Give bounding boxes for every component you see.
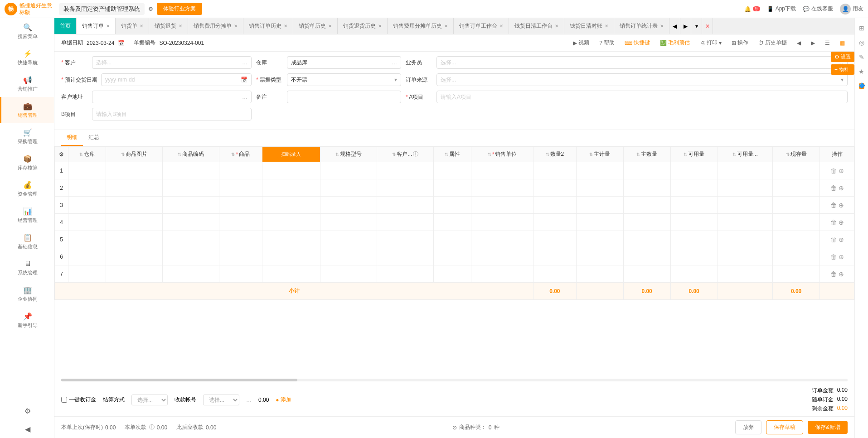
col-image[interactable]: ⇅ 商品图片	[106, 147, 162, 162]
detail-tab[interactable]: 明细	[61, 130, 83, 146]
tab-refund-history[interactable]: 销货退货历史 ✕	[338, 18, 388, 34]
settings-btn[interactable]: ⚙ 视频设置	[831, 52, 854, 62]
row-available2-3[interactable]	[718, 197, 773, 214]
row-code-7[interactable]	[162, 265, 219, 283]
row-available-3[interactable]	[670, 197, 718, 214]
row-delete-7[interactable]: 🗑	[830, 270, 837, 278]
sidebar-item-quicknav[interactable]: ⚡ 快捷导航	[0, 44, 54, 71]
row-attribute-5[interactable]	[434, 231, 471, 248]
col-code[interactable]: ⇅ 商品编码	[162, 147, 219, 162]
row-customer-code-1[interactable]	[377, 162, 434, 179]
salesperson-input[interactable]: 选择... …	[436, 56, 848, 69]
row-product-3[interactable]	[219, 197, 262, 214]
summary-tab[interactable]: 汇总	[83, 130, 105, 146]
row-delete-4[interactable]: 🗑	[830, 219, 837, 226]
right-panel-btn-5[interactable]: 🔷	[856, 81, 867, 91]
row-scan-2[interactable]	[262, 179, 320, 197]
tab-cash-reconcile[interactable]: 钱货日清对账 ✕	[564, 18, 614, 34]
row-unit-1[interactable]	[471, 162, 533, 179]
user-menu[interactable]: 👤 用友	[840, 4, 863, 14]
row-customer-code-4[interactable]	[377, 214, 434, 231]
sidebar-item-purchase[interactable]: 🛒 采购管理	[0, 123, 54, 149]
row-warehouse-7[interactable]	[68, 265, 106, 283]
delivery-date-input[interactable]: yyyy-mm-dd 📅	[101, 73, 252, 86]
row-main-qty-6[interactable]	[623, 248, 670, 265]
row-image-4[interactable]	[106, 214, 162, 231]
tab-close-fee-history[interactable]: ✕	[444, 24, 448, 29]
row-copy-1[interactable]: ⊕	[839, 167, 844, 174]
col-main-qty[interactable]: ⇅ 主数量	[623, 147, 670, 162]
b-project-input[interactable]: 请输入B项目	[92, 108, 252, 120]
row-product-7[interactable]	[219, 265, 262, 283]
col-product[interactable]: ⇅ *商品	[219, 147, 262, 162]
tab-more-btn[interactable]: ▾	[691, 18, 702, 34]
row-main-unit-2[interactable]	[576, 179, 623, 197]
row-unit-5[interactable]	[471, 231, 533, 248]
tab-sales-refund[interactable]: 销货退货 ✕	[149, 18, 188, 34]
row-copy-6[interactable]: ⊕	[839, 253, 844, 260]
tab-prev-btn[interactable]: ◀	[669, 18, 680, 34]
row-main-unit-4[interactable]	[576, 214, 623, 231]
tab-sales-fee[interactable]: 销售费用分摊单 ✕	[188, 18, 243, 34]
row-stock-7[interactable]	[773, 265, 820, 283]
row-attribute-3[interactable]	[434, 197, 471, 214]
row-product-1[interactable]	[219, 162, 262, 179]
row-stock-4[interactable]	[773, 214, 820, 231]
row-main-qty-5[interactable]	[623, 231, 670, 248]
row-copy-2[interactable]: ⊕	[839, 184, 844, 192]
sidebar-item-search[interactable]: 🔍 搜索菜单	[0, 18, 54, 44]
col-unit[interactable]: ⇅ *销售单位	[471, 147, 533, 162]
tab-close-sales-stats[interactable]: ✕	[660, 24, 664, 29]
row-unit-7[interactable]	[471, 265, 533, 283]
tab-close-all-btn[interactable]: ✕	[702, 18, 713, 34]
row-spec-6[interactable]	[320, 248, 377, 265]
row-qty2-4[interactable]	[533, 214, 577, 231]
row-scan-3[interactable]	[262, 197, 320, 214]
history-btn[interactable]: ⏱ 历史单据	[756, 38, 790, 48]
row-image-2[interactable]	[106, 179, 162, 197]
tab-cash-daily[interactable]: 钱货日清工作台 ✕	[509, 18, 564, 34]
view-btn[interactable]: ▶ 视频	[570, 38, 592, 48]
tab-close-cash-daily[interactable]: ✕	[555, 24, 558, 29]
app-download-btn[interactable]: 📱 App下载	[767, 5, 796, 13]
row-main-qty-7[interactable]	[623, 265, 670, 283]
row-available2-2[interactable]	[718, 179, 773, 197]
tab-close-sales-order[interactable]: ✕	[106, 24, 110, 29]
row-unit-2[interactable]	[471, 179, 533, 197]
row-product-4[interactable]	[219, 214, 262, 231]
row-code-6[interactable]	[162, 248, 219, 265]
payment-method-select[interactable]: 选择...	[131, 395, 168, 405]
list-view-btn[interactable]: ☰	[822, 39, 833, 47]
row-copy-5[interactable]: ⊕	[839, 236, 844, 243]
sidebar-item-finance[interactable]: 💰 资金管理	[0, 176, 54, 202]
row-delete-6[interactable]: 🗑	[830, 253, 837, 260]
row-scan-5[interactable]	[262, 231, 320, 248]
row-unit-6[interactable]	[471, 248, 533, 265]
row-delete-1[interactable]: 🗑	[830, 167, 837, 174]
address-dots-btn[interactable]: …	[242, 94, 247, 100]
add-material-btn[interactable]: + 物料	[831, 64, 854, 75]
add-payment-btn[interactable]: ● 添加	[276, 396, 291, 404]
a-project-input[interactable]: 请输入A项目	[436, 91, 848, 103]
right-panel-btn-2[interactable]: ◎	[856, 37, 867, 48]
row-unit-3[interactable]	[471, 197, 533, 214]
col-qty2[interactable]: ⇅ 数量2	[533, 147, 577, 162]
nav-prev-btn[interactable]: ◀	[794, 39, 804, 47]
account-dots-btn[interactable]: …	[246, 397, 252, 403]
row-qty2-6[interactable]	[533, 248, 577, 265]
row-delete-3[interactable]: 🗑	[830, 202, 837, 209]
row-copy-3[interactable]: ⊕	[839, 202, 844, 209]
customer-input[interactable]: 选择... …	[92, 56, 252, 69]
row-product-2[interactable]	[219, 179, 262, 197]
right-panel-btn-1[interactable]: ⊞	[856, 23, 867, 34]
row-spec-2[interactable]	[320, 179, 377, 197]
tab-close-cash-reconcile[interactable]: ✕	[605, 24, 608, 29]
row-customer-code-3[interactable]	[377, 197, 434, 214]
row-available2-1[interactable]	[718, 162, 773, 179]
tab-close-sales-return[interactable]: ✕	[140, 24, 143, 29]
account-select[interactable]: 选择...	[203, 395, 239, 405]
tab-close-return-history[interactable]: ✕	[328, 24, 332, 29]
row-unit-4[interactable]	[471, 214, 533, 231]
one-click-checkbox[interactable]	[61, 397, 67, 403]
sidebar-item-operation[interactable]: 📊 经营管理	[0, 202, 54, 228]
